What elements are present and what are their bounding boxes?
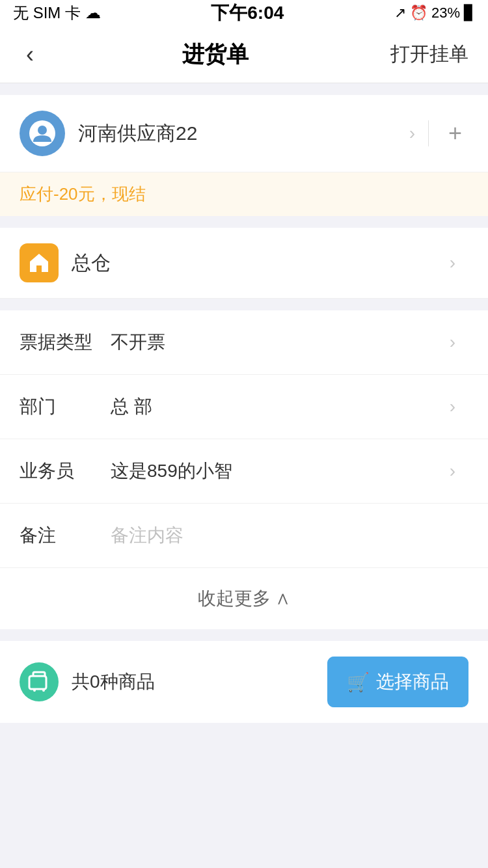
collapse-button[interactable]: 收起更多 ∧ <box>0 568 488 629</box>
svg-point-0 <box>38 126 47 135</box>
form-section: 票据类型 不开票 › 部门 总 部 › 业务员 这是859的小智 › 备注 备注… <box>0 310 488 568</box>
section-divider-4 <box>0 629 488 641</box>
warehouse-section: 总仓 › <box>0 228 488 299</box>
svg-rect-2 <box>29 676 46 689</box>
status-bar: 无 SIM 卡 ☁ 下午6:04 ↗ ⏰ 23% ▊ <box>0 0 488 26</box>
warehouse-name: 总仓 <box>72 250 450 277</box>
status-right: ↗ ⏰ 23% ▊ <box>394 5 475 21</box>
department-chevron-icon: › <box>450 396 455 417</box>
section-divider-3 <box>0 299 488 310</box>
supplier-name: 河南供应商22 <box>78 120 409 147</box>
salesman-chevron-icon: › <box>450 461 455 481</box>
page-title: 进货单 <box>182 40 249 70</box>
product-icon <box>20 662 59 701</box>
invoice-chevron-icon: › <box>450 332 455 353</box>
vertical-divider <box>428 120 429 146</box>
chevron-right-icon: › <box>409 123 415 144</box>
salesman-row[interactable]: 业务员 这是859的小智 › <box>0 439 488 504</box>
sim-status: 无 SIM 卡 ☁ <box>13 3 101 23</box>
svg-marker-1 <box>30 254 48 272</box>
product-row: 共0种商品 🛒 选择商品 <box>0 641 488 723</box>
remark-row[interactable]: 备注 备注内容 <box>0 504 488 568</box>
gray-background <box>0 723 488 868</box>
status-time: 下午6:04 <box>211 1 284 25</box>
section-divider-2 <box>0 216 488 228</box>
invoice-value: 不开票 <box>111 330 450 355</box>
battery-level: 23% <box>431 5 460 21</box>
department-value: 总 部 <box>111 394 450 419</box>
svg-point-3 <box>33 689 36 692</box>
person-icon <box>31 122 53 144</box>
back-button[interactable]: ‹ <box>20 34 40 75</box>
location-icon: ↗ <box>394 5 406 21</box>
supplier-section: 河南供应商22 › + 应付-20元，现结 <box>0 95 488 216</box>
supplier-avatar <box>20 111 65 156</box>
section-divider-1 <box>0 83 488 95</box>
house-icon <box>27 251 51 275</box>
product-count: 共0种商品 <box>72 670 327 694</box>
select-goods-button[interactable]: 🛒 选择商品 <box>327 657 468 707</box>
select-goods-label: 选择商品 <box>376 670 449 694</box>
invoice-row[interactable]: 票据类型 不开票 › <box>0 310 488 375</box>
salesman-label: 业务员 <box>20 459 111 483</box>
avatar-icon <box>29 120 55 146</box>
supplier-row[interactable]: 河南供应商22 › + <box>0 95 488 172</box>
remark-input[interactable]: 备注内容 <box>111 523 468 548</box>
open-pending-button[interactable]: 打开挂单 <box>390 41 468 68</box>
warehouse-chevron-icon: › <box>450 252 455 273</box>
svg-point-4 <box>42 689 45 692</box>
cart-icon <box>28 671 50 693</box>
department-label: 部门 <box>20 394 111 419</box>
add-supplier-button[interactable]: + <box>442 113 468 154</box>
department-row[interactable]: 部门 总 部 › <box>0 375 488 439</box>
battery-icon: ▊ <box>464 5 475 21</box>
invoice-label: 票据类型 <box>20 330 111 355</box>
status-left: 无 SIM 卡 ☁ <box>13 3 101 23</box>
nav-bar: ‹ 进货单 打开挂单 <box>0 26 488 83</box>
alarm-icon: ⏰ <box>410 5 427 21</box>
salesman-value: 这是859的小智 <box>111 459 450 483</box>
warehouse-row[interactable]: 总仓 › <box>0 228 488 299</box>
warehouse-icon <box>20 243 59 282</box>
select-goods-icon: 🛒 <box>347 671 370 693</box>
remark-label: 备注 <box>20 523 111 548</box>
supplier-notice: 应付-20元，现结 <box>0 172 488 216</box>
